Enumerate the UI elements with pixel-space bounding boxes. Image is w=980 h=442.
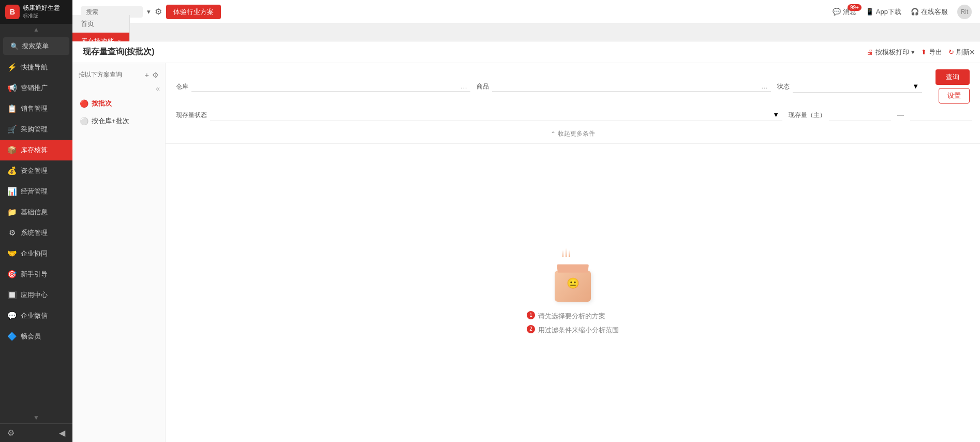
body-split: 按以下方案查询 + ⚙ « 🔴按批次⚪按仓库+批次 仓库 — [72, 63, 980, 442]
collapse-label: 收起更多条件 — [558, 129, 595, 138]
refresh-btn[interactable]: ↻ 刷新 — [948, 48, 970, 57]
finance-icon: 💰 — [7, 166, 17, 175]
sidebar-item-guide[interactable]: 🎯新手引导 — [0, 264, 72, 285]
user-menu-btn[interactable]: Rit — [957, 5, 972, 19]
tab-label: 首页 — [81, 19, 94, 28]
empty-tip-1: 1 请先选择要分析的方案 — [527, 310, 619, 322]
collapse-sidebar-icon[interactable]: ◀ — [59, 428, 65, 438]
sidebar-item-wechat[interactable]: 💬企业微信 — [0, 305, 72, 326]
scheme-settings-icon[interactable]: ⚙ — [152, 71, 159, 79]
stock-qty-from[interactable] — [829, 109, 891, 121]
tab-home[interactable]: 首页 — [72, 15, 130, 33]
query-btn[interactable]: 查询 — [936, 69, 970, 85]
sidebar-item-operations[interactable]: 📊经营管理 — [0, 181, 72, 202]
add-scheme-icon[interactable]: + — [145, 71, 149, 79]
sidebar-item-basic[interactable]: 📁基础信息 — [0, 202, 72, 223]
sidebar-scroll-down[interactable]: ▼ — [0, 412, 72, 423]
messages-badge: 99+ — [848, 4, 862, 11]
trial-btn[interactable]: 体验行业方案 — [166, 5, 221, 19]
warehouse-more-icon[interactable]: … — [461, 82, 467, 90]
basic-icon: 📁 — [7, 208, 17, 217]
sidebar-scroll-up[interactable]: ▲ — [0, 24, 72, 35]
online-service-label: 在线客服 — [921, 7, 948, 17]
page-header-actions: 🖨 按模板打印 ▾ ⬆ 导出 ↻ 刷新 — [867, 48, 970, 57]
filter-actions: 查询 设置 — [928, 69, 970, 104]
sidebar-item-label: 应用中心 — [21, 290, 48, 300]
empty-tip-2: 2 用过滤条件来缩小分析范围 — [527, 324, 619, 336]
steam-decoration — [562, 250, 570, 257]
print-icon: 🖨 — [867, 48, 873, 56]
scheme-list: 🔴按批次⚪按仓库+批次 — [72, 95, 165, 130]
collapse-panel-btn[interactable]: « — [72, 82, 165, 95]
search-dropdown-btn[interactable]: ▾ — [147, 8, 151, 16]
scheme-item-by-batch[interactable]: 🔴按批次 — [72, 95, 165, 112]
collapse-filters-btn[interactable]: ⌃ 收起更多条件 — [176, 126, 970, 141]
sidebar-item-purchase[interactable]: 🛒采购管理 — [0, 119, 72, 140]
inventory-icon: 📦 — [7, 145, 17, 155]
topbar-gear-icon[interactable]: ⚙ — [155, 7, 162, 17]
print-btn[interactable]: 🖨 按模板打印 ▾ — [867, 48, 915, 57]
goods-more-icon[interactable]: … — [761, 82, 768, 90]
tabs-bar: 首页库存批次账× — [72, 24, 980, 41]
sidebar-header: B 畅康通好生意 标准版 — [0, 0, 72, 24]
sidebar-item-finance[interactable]: 💰资金管理 — [0, 160, 72, 181]
member-icon: 🔷 — [7, 332, 17, 341]
left-panel: 按以下方案查询 + ⚙ « 🔴按批次⚪按仓库+批次 — [72, 63, 166, 442]
sidebar-footer: ⚙ ◀ — [0, 423, 72, 442]
sidebar-item-inventory[interactable]: 📦库存核算 — [0, 140, 72, 160]
sidebar-item-system[interactable]: ⚙系统管理 — [0, 223, 72, 243]
sidebar-search[interactable]: 🔍 搜索菜单 — [3, 37, 69, 55]
messages-btn[interactable]: 💬 消息 99+ — [833, 7, 856, 17]
goods-input[interactable] — [495, 82, 761, 90]
sidebar-item-label: 畅会员 — [21, 332, 41, 341]
status-select[interactable]: ▼ — [793, 80, 922, 93]
headset-icon: 🎧 — [911, 8, 919, 16]
sidebar-item-label: 企业微信 — [21, 311, 48, 320]
warehouse-label: 仓库 — [176, 82, 188, 91]
app-logo: B — [5, 5, 20, 19]
marketing-icon: 📢 — [7, 83, 17, 93]
topbar-right: 💬 消息 99+ 📱 App下载 🎧 在线客服 Rit — [833, 5, 972, 19]
stock-qty-label: 现存量（主） — [789, 111, 826, 120]
stock-status-label: 现存量状态 — [176, 111, 207, 120]
purchase-icon: 🛒 — [7, 125, 17, 134]
empty-box: 😐 — [555, 271, 591, 302]
settings-btn[interactable]: 设置 — [939, 88, 970, 104]
filter-area: 仓库 … 商品 … — [166, 63, 980, 144]
sidebar-item-enterprise[interactable]: 🤝企业协同 — [0, 243, 72, 264]
user-name: Rit — [961, 8, 969, 16]
wechat-icon: 💬 — [7, 311, 17, 320]
online-service-btn[interactable]: 🎧 在线客服 — [911, 7, 948, 17]
sidebar-search-label: 搜索菜单 — [22, 41, 49, 51]
topbar: ▾ ⚙ 体验行业方案 💬 消息 99+ 📱 App下载 🎧 在线客服 Rit — [72, 0, 980, 24]
steam-line-2 — [566, 248, 567, 257]
settings-icon[interactable]: ⚙ — [7, 428, 14, 438]
app-info: 畅康通好生意 标准版 — [23, 4, 60, 20]
warehouse-input[interactable] — [195, 82, 461, 90]
sidebar-item-app-center[interactable]: 🔲应用中心 — [0, 285, 72, 305]
stock-status-filter: 现存量状态 ▼ — [176, 109, 782, 121]
stock-status-select[interactable]: ▼ — [210, 109, 782, 121]
sidebar-item-label: 资金管理 — [21, 166, 48, 175]
app-download-btn[interactable]: 📱 App下载 — [866, 7, 901, 17]
page-close-btn[interactable]: × — [969, 47, 975, 57]
left-panel-title: 按以下方案查询 — [79, 70, 122, 79]
quick-nav-icon: ⚡ — [7, 63, 17, 72]
sidebar-item-quick-nav[interactable]: ⚡快捷导航 — [0, 57, 72, 78]
by-warehouse-batch-scheme-icon: ⚪ — [80, 117, 88, 125]
page-title: 现存量查询(按批次) — [83, 47, 155, 57]
scheme-item-by-warehouse-batch[interactable]: ⚪按仓库+批次 — [72, 112, 165, 130]
sidebar-item-label: 营销推广 — [21, 83, 48, 93]
stock-qty-to[interactable] — [910, 109, 972, 121]
sidebar-item-label: 新手引导 — [21, 270, 48, 279]
sidebar-item-marketing[interactable]: 📢营销推广 — [0, 78, 72, 98]
export-btn[interactable]: ⬆ 导出 — [921, 48, 942, 57]
app-version: 标准版 — [23, 12, 60, 20]
sidebar-item-sales[interactable]: 📋销售管理 — [0, 98, 72, 119]
sidebar-item-member[interactable]: 🔷畅会员 — [0, 326, 72, 347]
stock-qty-filter: 现存量（主） — — [789, 109, 970, 121]
app-center-icon: 🔲 — [7, 290, 17, 300]
filter-row-2: 现存量状态 ▼ 现存量（主） — — [176, 109, 970, 121]
tip-1-text: 请先选择要分析的方案 — [538, 310, 605, 322]
sidebar-nav: ⚡快捷导航📢营销推广📋销售管理🛒采购管理📦库存核算💰资金管理📊经营管理📁基础信息… — [0, 57, 72, 347]
